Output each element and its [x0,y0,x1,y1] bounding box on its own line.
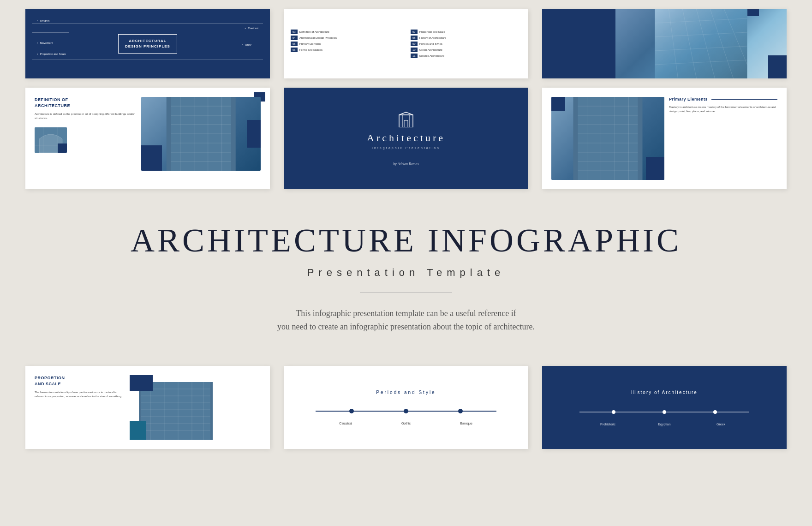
toc-num-04: 04 [291,36,298,40]
toc-num-06: 06 [291,48,298,52]
svg-rect-28 [402,115,410,127]
definition-title: DEFINITION OFARCHITECTURE [35,97,137,108]
toc-label-04: Architectural Design Principles [299,36,337,39]
toc-label-10: Green Architecture [419,48,442,51]
slide1-title: ARCHITECTURALDESIGN PRINCIPLES [125,38,170,49]
page-main-title: Architecture Infographic [9,221,803,260]
primary-elements-body: Mastery in architecture means mastery of… [669,105,777,114]
bullet-proportion: Proportion and Scale [40,53,66,55]
cover-author: by Adrian Ramos [393,162,418,166]
history-label-greek: Greek [693,423,749,426]
history-label-egyptian: Egyptian [636,423,693,426]
slide-photo-dome[interactable] [542,9,787,78]
slides-row-3: PROPORTIONAND SCALE The harmonious relat… [0,366,812,458]
timeline-label-classical: Classical [316,422,376,425]
cover-subtitle: Infographic Presentation [372,146,440,149]
toc-label-06: Forms and Spaces [299,48,322,51]
primary-elements-title: Primary Elements [669,97,708,102]
history-title: History of Architecture [631,389,698,396]
main-title-section: Architecture Infographic Presentation Te… [0,198,812,366]
bullet-contrast: Contrast [248,27,258,30]
toc-num-07: 07 [411,30,418,34]
bullet-movement: Movement [40,42,53,44]
toc-num-05: 05 [291,42,298,46]
toc-label-09: Periods and Styles [419,42,442,45]
cover-title: Architecture [367,132,445,144]
slide-proportion-scale[interactable]: PROPORTIONAND SCALE The harmonious relat… [25,366,270,449]
svg-rect-0 [655,9,747,78]
slides-row-1: • Rhythm • Movement • Proportion and Sca… [0,0,812,88]
timeline-label-baroque: Baroque [436,422,496,425]
toc-num-08: 08 [411,36,418,40]
slide-primary-elements[interactable]: Primary Elements Mastery in architecture… [542,88,787,189]
proportion-title: PROPORTIONAND SCALE [35,375,125,388]
page-sub-title: Presentation Template [9,267,803,279]
periods-title: Periods and Style [376,390,436,395]
toc-num-10: 10 [411,48,418,52]
slide-cover[interactable]: Architecture Infographic Presentation by… [284,88,528,189]
proportion-body: The harmonious relationship of one part … [35,390,125,399]
definition-body: Architecture is defined as the practice … [35,112,137,120]
section-divider [360,293,452,293]
slide-toc[interactable]: 03 Definition of Architecture 04 Archite… [284,9,528,78]
toc-label-07: Proportion and Scale [419,30,445,33]
toc-label-05: Primary Elements [299,42,321,45]
bullet-unity: Unity [245,43,251,46]
svg-rect-31 [578,97,638,180]
toc-label-11: Seismic Architecture [419,54,444,57]
bullet-rhythm: Rhythm [40,19,50,22]
slide-design-principles[interactable]: • Rhythm • Movement • Proportion and Sca… [25,9,270,78]
slide-periods-style[interactable]: Periods and Style Classical Gothic [284,366,528,449]
toc-label-08: History of Architecture [419,36,447,39]
slide-history[interactable]: History of Architecture Prehistoric Egyp… [542,366,787,449]
toc-num-09: 09 [411,42,418,46]
history-label-prehistoric: Prehistoric [579,423,636,426]
arch-logo-icon [397,111,415,127]
toc-num-11: 11 [411,54,418,58]
svg-rect-27 [399,115,413,127]
toc-num-03: 03 [291,30,298,34]
page-description: This infographic presentation template c… [242,307,570,334]
timeline-label-gothic: Gothic [376,422,436,425]
svg-rect-29 [404,120,408,127]
page-wrapper: • Rhythm • Movement • Proportion and Sca… [0,0,812,526]
slide-definition[interactable]: DEFINITION OFARCHITECTURE Architecture i… [25,88,270,189]
toc-label-03: Definition of Architecture [299,30,329,33]
slides-row-2: DEFINITION OFARCHITECTURE Architecture i… [0,88,812,198]
